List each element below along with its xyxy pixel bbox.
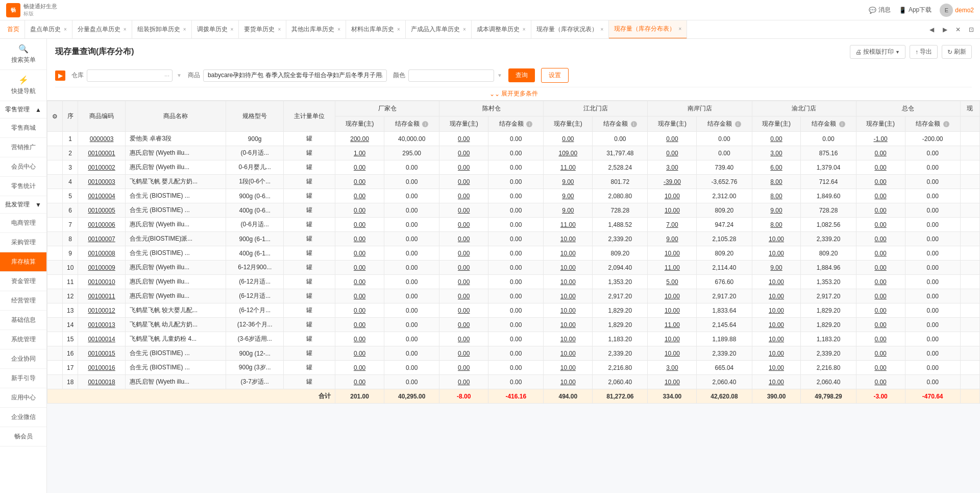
- print-btn[interactable]: 🖨 按模版打印 ▼: [850, 45, 905, 59]
- tab-materialOut[interactable]: 材料出库单历史 ×: [346, 20, 406, 39]
- row-yb-qty[interactable]: 10.00: [752, 346, 801, 361]
- tab-close-transfer[interactable]: ×: [231, 27, 234, 32]
- row-c-qty[interactable]: 0.00: [439, 232, 488, 246]
- row-c-qty[interactable]: 0.00: [439, 132, 488, 146]
- row-na-qty[interactable]: 10.00: [648, 303, 697, 318]
- expand-btn[interactable]: ⌄⌄ 展开更多条件: [489, 89, 538, 98]
- row-yb-qty[interactable]: 3.00: [752, 146, 801, 160]
- row-t-qty[interactable]: 0.00: [856, 261, 905, 275]
- tab-requisition[interactable]: 要货单历史 ×: [239, 20, 286, 39]
- row-f-qty[interactable]: 0.00: [335, 218, 384, 232]
- row-yb-qty[interactable]: 6.00: [752, 160, 801, 175]
- row-yb-qty[interactable]: 10.00: [752, 275, 801, 289]
- row-na-qty[interactable]: 10.00: [648, 246, 697, 261]
- row-jb-qty[interactable]: 10.00: [544, 303, 593, 318]
- row-jb-qty[interactable]: 11.00: [544, 218, 593, 232]
- row-f-qty[interactable]: 0.00: [335, 361, 384, 375]
- app-download-btn[interactable]: 📱 App下载: [899, 6, 932, 14]
- tab-close-costAdjust[interactable]: ×: [523, 27, 526, 32]
- sidebar-item-apps[interactable]: 应用中心: [0, 388, 46, 408]
- row-na-qty[interactable]: 10.00: [648, 203, 697, 218]
- sidebar-item-retailStats[interactable]: 零售统计: [0, 177, 46, 196]
- row-yb-qty[interactable]: 10.00: [752, 303, 801, 318]
- row-jb-qty[interactable]: 10.00: [544, 232, 593, 246]
- tab-costAdjust[interactable]: 成本调整单历史 ×: [472, 20, 531, 39]
- row-f-qty[interactable]: 0.00: [335, 275, 384, 289]
- info-icon-yb[interactable]: i: [839, 121, 845, 127]
- row-yb-qty[interactable]: 10.00: [752, 246, 801, 261]
- sidebar-item-wholesale[interactable]: 批发管理 ▼: [0, 196, 46, 214]
- tab-stockStatus[interactable]: 现存量（库存状况表） ×: [531, 20, 609, 39]
- refresh-btn[interactable]: ↻ 刷新: [942, 45, 972, 59]
- row-f-qty[interactable]: 0.00: [335, 160, 384, 175]
- sidebar-item-retailShop[interactable]: 零售商城: [0, 119, 46, 138]
- sidebar-item-retail[interactable]: 零售管理 ▲: [0, 101, 46, 119]
- settings-btn[interactable]: 设置: [541, 68, 569, 83]
- row-na-qty[interactable]: 5.00: [648, 275, 697, 289]
- info-icon-jb[interactable]: i: [631, 121, 637, 127]
- row-t-qty[interactable]: 0.00: [856, 232, 905, 246]
- row-f-qty[interactable]: 0.00: [335, 303, 384, 318]
- row-t-qty[interactable]: 0.00: [856, 318, 905, 332]
- row-t-qty[interactable]: 0.00: [856, 332, 905, 346]
- row-c-qty[interactable]: 0.00: [439, 375, 488, 389]
- tab-close-assemble[interactable]: ×: [183, 27, 186, 32]
- row-t-qty[interactable]: 0.00: [856, 246, 905, 261]
- tab-close-stockStatus[interactable]: ×: [601, 27, 604, 32]
- row-c-qty[interactable]: 0.00: [439, 203, 488, 218]
- row-yb-qty[interactable]: 10.00: [752, 289, 801, 303]
- row-t-qty[interactable]: 0.00: [856, 218, 905, 232]
- sidebar-item-finance[interactable]: 资金管理: [0, 272, 46, 291]
- tab-close-branchStock[interactable]: ×: [124, 27, 127, 32]
- row-c-qty[interactable]: 0.00: [439, 346, 488, 361]
- row-f-qty[interactable]: 0.00: [335, 189, 384, 203]
- row-jb-qty[interactable]: 10.00: [544, 289, 593, 303]
- export-btn[interactable]: ↑ 导出: [910, 45, 938, 59]
- row-yb-qty[interactable]: 8.00: [752, 175, 801, 189]
- info-icon-t[interactable]: i: [943, 121, 949, 127]
- row-na-qty[interactable]: 3.00: [648, 160, 697, 175]
- row-c-qty[interactable]: 0.00: [439, 218, 488, 232]
- sidebar-item-basic[interactable]: 基础信息: [0, 311, 46, 330]
- tab-close-otherOut[interactable]: ×: [337, 27, 340, 32]
- row-yb-qty[interactable]: 10.00: [752, 332, 801, 346]
- row-jb-qty[interactable]: 0.00: [544, 132, 593, 146]
- row-c-qty[interactable]: 0.00: [439, 261, 488, 275]
- row-f-qty[interactable]: 200.00: [335, 132, 384, 146]
- row-yb-qty[interactable]: 10.00: [752, 318, 801, 332]
- row-code[interactable]: 00100015: [78, 346, 125, 361]
- row-f-qty[interactable]: 0.00: [335, 346, 384, 361]
- row-c-qty[interactable]: 0.00: [439, 189, 488, 203]
- tab-close-all-btn[interactable]: ✕: [951, 20, 965, 39]
- row-t-qty[interactable]: 0.00: [856, 146, 905, 160]
- query-btn[interactable]: 查询: [508, 68, 535, 82]
- row-code[interactable]: 00100001: [78, 146, 125, 160]
- row-jb-qty[interactable]: 10.00: [544, 346, 593, 361]
- row-c-qty[interactable]: 0.00: [439, 318, 488, 332]
- warehouse-input[interactable]: [87, 69, 173, 82]
- sidebar-item-search[interactable]: 🔍 搜索英单: [0, 39, 46, 70]
- row-jb-qty[interactable]: 10.00: [544, 375, 593, 389]
- row-code[interactable]: 00100004: [78, 189, 125, 203]
- row-code[interactable]: 00100013: [78, 318, 125, 332]
- user-profile[interactable]: E demo2: [940, 4, 974, 17]
- row-jb-qty[interactable]: 10.00: [544, 246, 593, 261]
- row-code[interactable]: 00100009: [78, 261, 125, 275]
- info-icon-na[interactable]: i: [735, 121, 741, 127]
- row-c-qty[interactable]: 0.00: [439, 303, 488, 318]
- row-t-qty[interactable]: 0.00: [856, 346, 905, 361]
- sidebar-item-nav[interactable]: ⚡ 快捷导航: [0, 70, 46, 101]
- row-yb-qty[interactable]: 10.00: [752, 361, 801, 375]
- row-code[interactable]: 00100008: [78, 246, 125, 261]
- row-jb-qty[interactable]: 10.00: [544, 275, 593, 289]
- row-code[interactable]: 00100012: [78, 303, 125, 318]
- row-c-qty[interactable]: 0.00: [439, 332, 488, 346]
- tab-expand-btn[interactable]: ⊡: [965, 20, 978, 39]
- sidebar-item-system[interactable]: 系统管理: [0, 330, 46, 349]
- sidebar-item-inventory[interactable]: 库存核算: [0, 252, 46, 272]
- tab-next-btn[interactable]: ▶: [938, 20, 951, 39]
- row-f-qty[interactable]: 0.00: [335, 203, 384, 218]
- sidebar-item-enterprise[interactable]: 企业协同: [0, 349, 46, 369]
- messages-btn[interactable]: 💬 消息: [869, 6, 891, 14]
- row-f-qty[interactable]: 0.00: [335, 332, 384, 346]
